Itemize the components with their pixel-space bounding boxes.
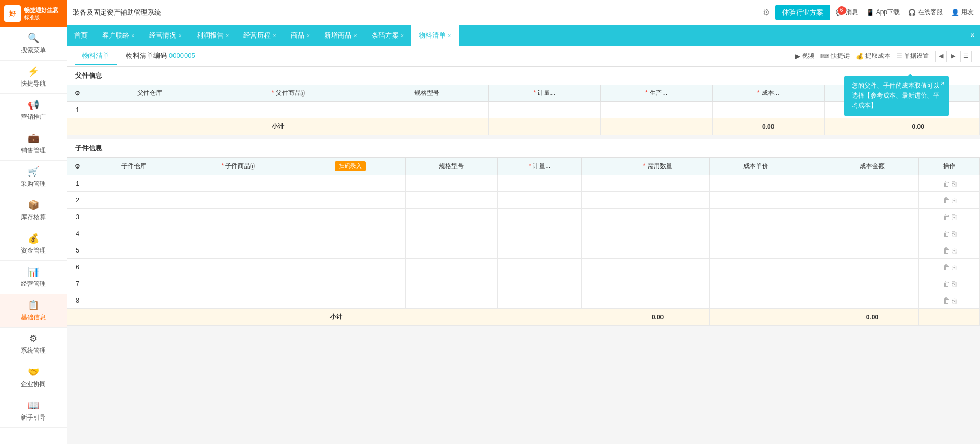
child-product-3[interactable]: [180, 225, 296, 242]
delete-icon-0[interactable]: 🗑: [942, 179, 950, 188]
child-warehouse-5[interactable]: [88, 259, 180, 275]
sidebar-item-7[interactable]: 📊经营管理: [0, 261, 67, 294]
child-product-1[interactable]: [180, 192, 296, 209]
nav-tab-4[interactable]: 经营历程×: [236, 25, 283, 46]
child-qty-5[interactable]: [498, 259, 582, 275]
settings-button[interactable]: ⚙: [763, 7, 770, 17]
child-product-6[interactable]: [180, 275, 296, 292]
child-qty-0[interactable]: [498, 175, 582, 192]
child-needed-qty-6[interactable]: [606, 275, 709, 292]
child-unit-cost-3[interactable]: [709, 225, 802, 242]
nav-tab-close-8[interactable]: ×: [448, 32, 451, 39]
nav-tab-2[interactable]: 经营情况×: [142, 25, 189, 46]
child-unit-cost-0[interactable]: [709, 175, 802, 192]
copy-icon-0[interactable]: ⎘: [952, 179, 956, 188]
child-unit-cost-5[interactable]: [709, 259, 802, 275]
nav-tab-close-4[interactable]: ×: [273, 32, 276, 39]
copy-icon-3[interactable]: ⎘: [952, 230, 956, 238]
child-product-7[interactable]: [180, 292, 296, 309]
child-unit-cost-1[interactable]: [709, 192, 802, 209]
child-needed-qty-4[interactable]: [606, 242, 709, 259]
child-product-4[interactable]: [180, 242, 296, 259]
close-all-button[interactable]: ×: [965, 31, 980, 40]
nav-tab-close-5[interactable]: ×: [307, 32, 310, 39]
child-scan-cell-7[interactable]: [296, 292, 405, 309]
child-needed-qty-2[interactable]: [606, 209, 709, 225]
copy-icon-6[interactable]: ⎘: [952, 280, 956, 288]
child-warehouse-1[interactable]: [88, 192, 180, 209]
experience-button[interactable]: 体验行业方案: [775, 5, 830, 20]
nav-tab-1[interactable]: 客户联络×: [95, 25, 142, 46]
child-warehouse-6[interactable]: [88, 275, 180, 292]
child-spec-4[interactable]: [405, 242, 497, 259]
prev-arrow[interactable]: ◀: [935, 51, 947, 62]
child-needed-qty-7[interactable]: [606, 292, 709, 309]
child-warehouse-0[interactable]: [88, 175, 180, 192]
child-spec-0[interactable]: [405, 175, 497, 192]
nav-tab-8[interactable]: 物料清单×: [411, 25, 458, 46]
child-scan-cell-5[interactable]: [296, 259, 405, 275]
user-action[interactable]: 👤 用友: [951, 8, 974, 17]
nav-tab-close-2[interactable]: ×: [178, 32, 181, 39]
cell-parent-product[interactable]: [211, 102, 365, 118]
sidebar-item-8[interactable]: 📋基础信息: [0, 294, 67, 328]
child-warehouse-2[interactable]: [88, 209, 180, 225]
menu-arrow[interactable]: ☰: [960, 51, 972, 62]
video-action[interactable]: ▶ 视频: [795, 52, 814, 61]
col-scan[interactable]: 扫码录入: [296, 158, 405, 175]
shortcut-action[interactable]: ⌨ 快捷键: [820, 52, 850, 61]
next-arrow[interactable]: ▶: [948, 51, 959, 62]
copy-icon-5[interactable]: ⎘: [952, 263, 956, 271]
delete-icon-6[interactable]: 🗑: [942, 280, 950, 288]
child-warehouse-7[interactable]: [88, 292, 180, 309]
child-needed-qty-1[interactable]: [606, 192, 709, 209]
child-needed-qty-5[interactable]: [606, 259, 709, 275]
tab-wuliao-code[interactable]: 物料清单编码 0000005: [119, 48, 203, 65]
child-product-0[interactable]: [180, 175, 296, 192]
sidebar-item-1[interactable]: ⚡快捷导航: [0, 61, 67, 94]
child-qty-1[interactable]: [498, 192, 582, 209]
child-needed-qty-0[interactable]: [606, 175, 709, 192]
child-scan-cell-3[interactable]: [296, 225, 405, 242]
col-setting-parent[interactable]: ⚙: [67, 85, 88, 102]
child-needed-qty-3[interactable]: [606, 225, 709, 242]
child-scan-cell-0[interactable]: [296, 175, 405, 192]
nav-tab-6[interactable]: 新增商品×: [317, 25, 364, 46]
nav-tab-close-1[interactable]: ×: [131, 32, 134, 39]
copy-icon-1[interactable]: ⎘: [952, 196, 956, 205]
child-spec-6[interactable]: [405, 275, 497, 292]
child-qty-2[interactable]: [498, 209, 582, 225]
child-qty-7[interactable]: [498, 292, 582, 309]
child-unit-cost-4[interactable]: [709, 242, 802, 259]
sidebar-item-6[interactable]: 💰资金管理: [0, 227, 67, 261]
cell-produce[interactable]: [601, 102, 713, 118]
child-spec-1[interactable]: [405, 192, 497, 209]
extract-cost-action[interactable]: 💰 提取成本: [856, 52, 890, 61]
child-warehouse-4[interactable]: [88, 242, 180, 259]
child-unit-cost-2[interactable]: [709, 209, 802, 225]
copy-icon-2[interactable]: ⎘: [952, 213, 956, 221]
app-download-action[interactable]: 📱 App下载: [866, 8, 900, 17]
cell-parent-warehouse[interactable]: [88, 102, 211, 118]
child-qty-4[interactable]: [498, 242, 582, 259]
sidebar-item-0[interactable]: 🔍搜索菜单: [0, 27, 67, 61]
nav-tab-0[interactable]: 首页: [67, 25, 95, 46]
cell-spec[interactable]: [365, 102, 488, 118]
receipt-settings-action[interactable]: ☰ 单据设置: [897, 52, 929, 61]
nav-tab-3[interactable]: 利润报告×: [189, 25, 236, 46]
child-scan-cell-2[interactable]: [296, 209, 405, 225]
delete-icon-3[interactable]: 🗑: [942, 230, 950, 238]
cell-cost[interactable]: [712, 102, 824, 118]
sidebar-item-10[interactable]: 🤝企业协同: [0, 361, 67, 394]
messages-action[interactable]: 💬 6 消息: [836, 8, 858, 17]
nav-tab-close-3[interactable]: ×: [226, 32, 229, 39]
child-spec-7[interactable]: [405, 292, 497, 309]
child-spec-5[interactable]: [405, 259, 497, 275]
tab-wuliaolist[interactable]: 物料清单: [75, 48, 117, 65]
sidebar-item-2[interactable]: 📢营销推广: [0, 94, 67, 127]
child-unit-cost-6[interactable]: [709, 275, 802, 292]
delete-icon-5[interactable]: 🗑: [942, 263, 950, 271]
child-qty-6[interactable]: [498, 275, 582, 292]
nav-tab-7[interactable]: 条码方案×: [364, 25, 411, 46]
tooltip-close-button[interactable]: ×: [941, 79, 945, 89]
